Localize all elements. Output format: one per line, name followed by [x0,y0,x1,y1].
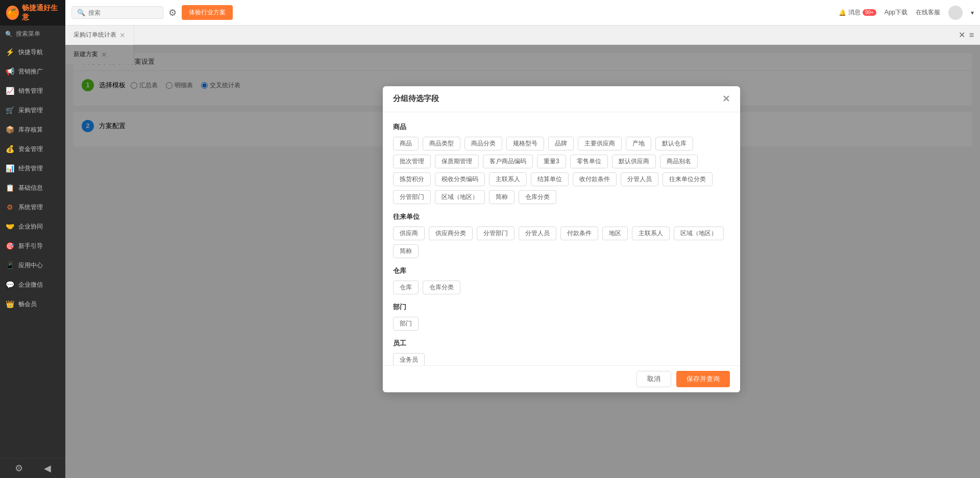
sidebar-item-app-center[interactable]: 📱应用中心 [0,256,65,275]
tab-close-purchase-stats[interactable]: ✕ [119,31,126,39]
tag-goods-3[interactable]: 规格型号 [506,137,544,150]
tag-goods-13[interactable]: 默认供应商 [612,155,656,168]
dialog-header: 分组待选字段 ✕ [383,86,740,112]
sidebar-item-basic-info[interactable]: 📋基础信息 [0,178,65,197]
dialog-close-button[interactable]: ✕ [722,93,730,105]
sidebar-logo: 🍊 畅捷通好生意 [0,0,65,26]
tag-partner-5[interactable]: 地区 [602,227,628,240]
sidebar-item-sales[interactable]: 📈销售管理 [0,81,65,100]
tab-close-all-icon[interactable]: ✕ [959,30,965,40]
tag-goods-15[interactable]: 拣货积分 [393,172,431,186]
tag-goods-6[interactable]: 产地 [626,137,651,150]
user-avatar[interactable] [948,6,963,20]
tag-goods-4[interactable]: 品牌 [548,137,574,150]
tab-controls: ✕ ≡ [959,30,980,40]
topbar-right: 🔔 消息 99+ App下载 在线客服 ▾ [839,6,974,20]
tag-warehouse-0[interactable]: 仓库 [393,281,419,294]
inventory-icon: 📦 [5,125,14,134]
tag-goods-23[interactable]: 区域（地区） [435,190,485,204]
section-title-department: 部门 [393,303,730,312]
tag-goods-5[interactable]: 主要供应商 [578,137,622,150]
tag-goods-11[interactable]: 重量3 [537,155,566,168]
search-input[interactable] [88,9,150,16]
sales-label: 销售管理 [18,87,43,95]
logo-icon: 🍊 [6,6,19,20]
confirm-button[interactable]: 保存并查询 [676,371,730,387]
tag-goods-16[interactable]: 税收分类编码 [435,172,485,186]
tag-goods-22[interactable]: 分管部门 [393,190,431,204]
sidebar-item-finance[interactable]: 💰资金管理 [0,139,65,159]
tag-goods-10[interactable]: 客户商品编码 [483,155,533,168]
tag-warehouse-1[interactable]: 仓库分类 [423,281,460,294]
sidebar-search[interactable]: 🔍 搜索菜单 [0,26,65,42]
notification-area[interactable]: 🔔 消息 99+ [839,8,876,17]
sidebar-item-newbie[interactable]: 🎯新手引导 [0,236,65,256]
tag-goods-7[interactable]: 默认仓库 [655,137,693,150]
tag-employee-0[interactable]: 业务员 [393,353,425,365]
member-icon: 👑 [5,299,14,309]
notification-badge: 99+ [863,9,876,16]
marketing-label: 营销推广 [18,67,43,76]
app-center-label: 应用中心 [18,261,43,270]
sidebar-search-label: 搜索菜单 [16,30,40,38]
cancel-button[interactable]: 取消 [636,371,671,387]
sidebar-item-system[interactable]: ⚙系统管理 [0,197,65,217]
tag-goods-12[interactable]: 零售单位 [570,155,608,168]
operations-label: 经营管理 [18,164,43,173]
user-menu-icon[interactable]: ▾ [971,9,974,16]
tag-goods-21[interactable]: 往来单位分类 [663,172,713,186]
settings-icon[interactable]: ⚙ [168,7,177,18]
marketing-icon: 📢 [5,67,14,76]
online-service-link[interactable]: 在线客服 [916,8,940,17]
tag-goods-8[interactable]: 批次管理 [393,155,431,168]
tag-goods-19[interactable]: 收付款条件 [573,172,617,186]
tag-goods-9[interactable]: 保质期管理 [435,155,479,168]
tag-department-0[interactable]: 部门 [393,317,419,331]
trial-button[interactable]: 体验行业方案 [182,5,233,20]
tab-menu-icon[interactable]: ≡ [969,31,974,40]
search-icon: 🔍 [5,31,13,38]
tag-goods-2[interactable]: 商品分类 [464,137,502,150]
tag-partner-4[interactable]: 付款条件 [560,227,598,240]
collapse-icon[interactable]: ◀ [44,463,51,474]
tab-label-purchase-stats: 采购订单统计表 [74,31,116,39]
sidebar-footer: ⚙ ◀ [0,458,65,478]
tag-goods-24[interactable]: 简称 [489,190,514,204]
tag-partner-6[interactable]: 主联系人 [632,227,670,240]
tag-partner-7[interactable]: 区域（地区） [674,227,724,240]
sidebar-item-quick-nav[interactable]: ⚡快捷导航 [0,42,65,62]
sidebar-item-coop[interactable]: 🤝企业协同 [0,217,65,236]
tag-partner-8[interactable]: 简称 [393,244,419,258]
sidebar-item-wechat[interactable]: 💬企业微信 [0,275,65,294]
tag-partner-3[interactable]: 分管人员 [519,227,556,240]
settings-icon[interactable]: ⚙ [15,463,23,474]
quick-nav-icon: ⚡ [5,47,14,57]
notification-icon: 🔔 [839,9,846,16]
tag-goods-14[interactable]: 商品别名 [660,155,698,168]
tab-purchase-stats[interactable]: 采购订单统计表✕ [65,26,134,45]
tag-goods-18[interactable]: 结算单位 [531,172,569,186]
tag-goods-1[interactable]: 商品类型 [423,137,460,150]
sidebar-item-marketing[interactable]: 📢营销推广 [0,62,65,81]
section-title-employee: 员工 [393,339,730,348]
tag-partner-1[interactable]: 供应商分类 [429,227,473,240]
dialog-body: 商品商品商品类型商品分类规格型号品牌主要供应商产地默认仓库批次管理保质期管理客户… [383,112,740,365]
topbar: 🔍 ⚙ 体验行业方案 🔔 消息 99+ App下载 在线客服 ▾ [65,0,980,26]
sidebar-item-purchase[interactable]: 🛒采购管理 [0,100,65,120]
tag-partner-0[interactable]: 供应商 [393,227,425,240]
app-download-link[interactable]: App下载 [885,8,908,17]
sidebar-item-inventory[interactable]: 📦库存核算 [0,120,65,139]
section-tags-department: 部门 [393,317,730,331]
tag-goods-25[interactable]: 仓库分类 [519,190,556,204]
tag-goods-17[interactable]: 主联系人 [489,172,527,186]
topbar-search-box[interactable]: 🔍 [71,6,163,19]
sidebar-item-member[interactable]: 👑畅会员 [0,294,65,314]
section-tags-warehouse: 仓库仓库分类 [393,281,730,294]
sidebar-item-operations[interactable]: 📊经营管理 [0,159,65,178]
tag-goods-20[interactable]: 分管人员 [621,172,658,186]
search-icon: 🔍 [77,9,85,16]
tag-goods-0[interactable]: 商品 [393,137,419,150]
tag-partner-2[interactable]: 分管部门 [477,227,514,240]
newbie-label: 新手引导 [18,242,43,250]
section-title-goods: 商品 [393,122,730,132]
